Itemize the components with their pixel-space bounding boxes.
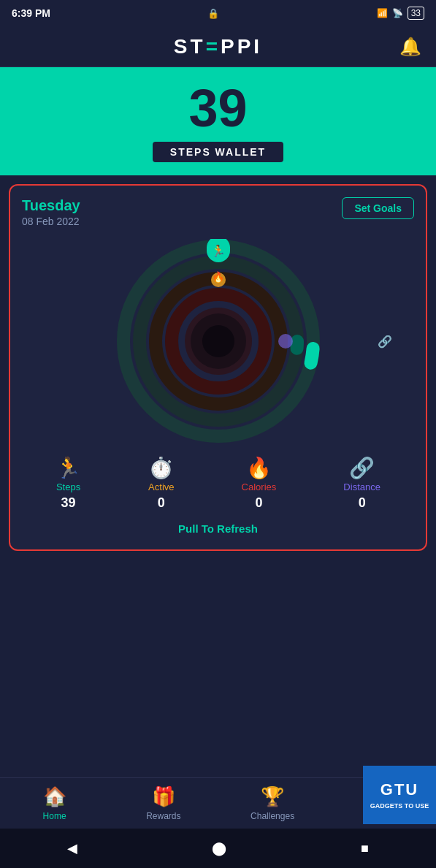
logo-equal: =	[206, 35, 221, 58]
active-label: Active	[148, 481, 174, 492]
distance-value: 0	[359, 495, 366, 511]
home-icon: 🏠	[43, 785, 66, 808]
daily-activity-card: Tuesday 08 Feb 2022 Set Goals	[9, 184, 427, 551]
app-logo: ST=PPI	[174, 35, 262, 58]
steps-value: 39	[61, 495, 76, 511]
wallet-label: STEPS WALLET	[153, 142, 283, 162]
rewards-icon: 🎁	[152, 785, 175, 808]
calories-label: Calories	[242, 481, 277, 492]
activity-rings: 🏃 🔥 🔗	[22, 239, 414, 443]
signal-icon: 📶	[377, 8, 388, 18]
wallet-banner: 39 STEPS WALLET	[0, 67, 436, 175]
active-value: 0	[158, 495, 165, 511]
nav-home[interactable]: 🏠 Home	[0, 785, 109, 821]
day-date: 08 Feb 2022	[22, 216, 80, 227]
rings-svg	[116, 239, 321, 443]
date-info: Tuesday 08 Feb 2022	[22, 197, 80, 227]
stat-steps: 🏃 Steps 39	[56, 458, 81, 511]
card-header: Tuesday 08 Feb 2022 Set Goals	[22, 197, 414, 227]
stats-row: 🏃 Steps 39 ⏱️ Active 0 🔥 Calories 0 🔗 Di…	[22, 458, 414, 511]
app-header: ST=PPI 🔔	[0, 26, 436, 67]
status-icons: 📶 📡 33	[377, 7, 424, 20]
rewards-label: Rewards	[146, 811, 180, 821]
calories-value: 0	[255, 495, 262, 511]
flame-icon-small: 🔥	[212, 271, 224, 283]
distance-icon-small: 🔗	[378, 335, 392, 349]
nav-challenges[interactable]: 🏆 Challenges	[218, 785, 327, 821]
runner-icon: 🏃	[207, 239, 230, 262]
svg-point-8	[202, 325, 234, 357]
back-button[interactable]: ◀	[67, 840, 77, 856]
home-label: Home	[43, 811, 66, 821]
home-button[interactable]: ⬤	[212, 840, 226, 856]
distance-label: Distance	[343, 481, 380, 492]
recents-button[interactable]: ■	[361, 841, 369, 856]
wifi-icon: 📡	[392, 8, 403, 18]
steps-icon: 🏃	[56, 458, 81, 479]
status-time: 6:39 PM	[12, 7, 50, 19]
system-nav: ◀ ⬤ ■	[0, 829, 436, 868]
wallet-number: 39	[0, 82, 436, 134]
svg-point-11	[278, 334, 293, 349]
active-icon: ⏱️	[148, 458, 174, 479]
set-goals-button[interactable]: Set Goals	[342, 197, 414, 219]
status-bar: 6:39 PM 🔒 📶 📡 33	[0, 0, 436, 26]
stat-distance: 🔗 Distance 0	[343, 458, 380, 511]
distance-icon: 🔗	[349, 458, 375, 479]
lock-icon: 🔒	[207, 8, 219, 19]
calories-icon: 🔥	[246, 458, 272, 479]
notification-bell-icon[interactable]: 🔔	[399, 37, 421, 57]
watermark: GTU GADGETS TO USE	[363, 766, 436, 824]
nav-rewards[interactable]: 🎁 Rewards	[109, 785, 218, 821]
challenges-icon: 🏆	[261, 785, 284, 808]
day-name: Tuesday	[22, 197, 80, 214]
steps-label: Steps	[56, 481, 80, 492]
pull-to-refresh[interactable]: Pull To Refresh	[22, 522, 414, 538]
battery-level: 33	[408, 7, 424, 20]
stat-calories: 🔥 Calories 0	[242, 458, 277, 511]
challenges-label: Challenges	[250, 811, 294, 821]
stat-active: ⏱️ Active 0	[148, 458, 174, 511]
